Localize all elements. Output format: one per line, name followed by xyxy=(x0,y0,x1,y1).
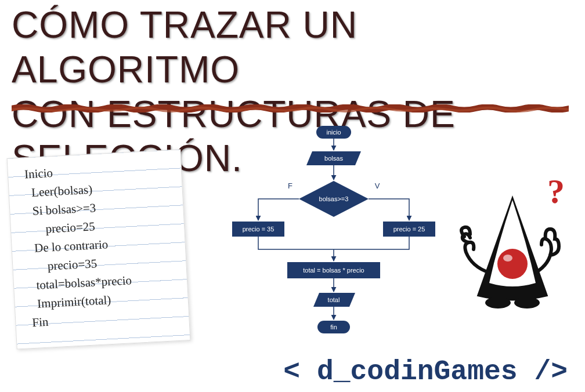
mascot-nose-highlight xyxy=(503,255,512,262)
title-line-1: CÓMO TRAZAR UN ALGORITMO xyxy=(12,3,573,92)
flow-decision-label: bolsas>=3 xyxy=(319,195,349,202)
flow-output-label: total xyxy=(328,296,340,303)
flow-true-action-label: precio = 25 xyxy=(393,226,425,233)
flowchart-diagram: inicio bolsas bolsas>=3 F precio = 35 V … xyxy=(226,125,441,339)
flow-branch-false-label: F xyxy=(288,182,292,190)
mascot-left-arm xyxy=(461,227,489,273)
mascot-right-arm xyxy=(536,229,559,273)
flow-input-label: bolsas xyxy=(324,155,343,162)
flow-connector xyxy=(258,237,334,249)
flow-process-label: total = bolsas * precio xyxy=(303,267,364,274)
mascot-foot xyxy=(514,297,540,308)
flow-arrow xyxy=(258,199,299,220)
pseudocode-notepad: Inicio Leer(bolsas) Si bolsas>=3 precio=… xyxy=(7,149,191,349)
flow-start-label: inicio xyxy=(326,129,341,136)
mascot-nose xyxy=(497,249,528,279)
flow-false-action-label: precio = 35 xyxy=(243,226,275,233)
mascot-icon: ? xyxy=(457,174,568,313)
brand-logo-text: < d_codinGames /> xyxy=(283,356,568,387)
flow-end-label: fin xyxy=(330,324,337,331)
title-underline xyxy=(12,104,569,112)
flow-branch-true-label: V xyxy=(375,182,380,190)
flow-arrow xyxy=(369,199,409,220)
mascot-foot xyxy=(485,297,511,308)
flow-connector xyxy=(334,237,409,249)
question-mark-icon: ? xyxy=(547,174,565,210)
